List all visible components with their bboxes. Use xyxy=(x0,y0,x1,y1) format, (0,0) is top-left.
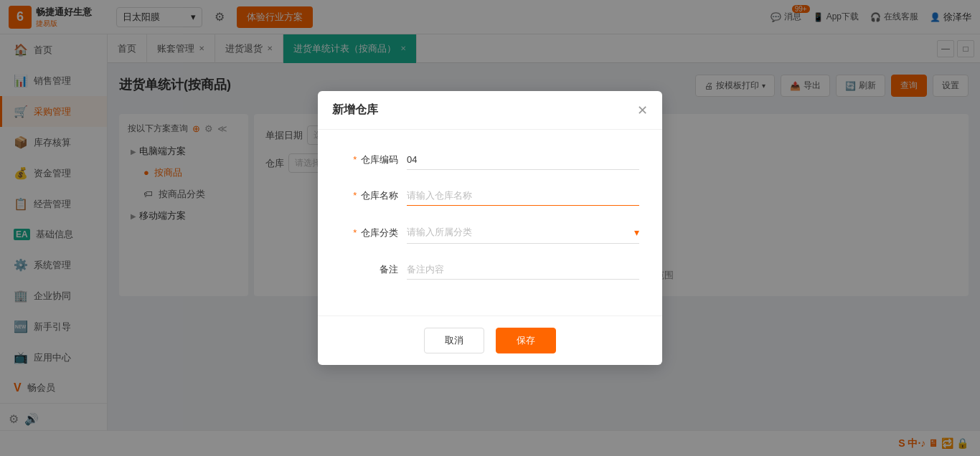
category-placeholder: 请输入所属分类 xyxy=(407,226,472,239)
form-row-category: * 仓库分类 请输入所属分类 ▾ xyxy=(341,222,639,244)
category-select-arrow-icon: ▾ xyxy=(634,227,639,238)
name-label: * 仓库名称 xyxy=(341,189,398,202)
required-star-category: * xyxy=(353,227,357,238)
new-warehouse-dialog: 新增仓库 ✕ * 仓库编码 * 仓库名称 xyxy=(318,91,662,365)
dialog-body: * 仓库编码 * 仓库名称 * 仓库分类 请输入所属 xyxy=(318,130,662,315)
dialog-close-icon[interactable]: ✕ xyxy=(637,104,648,117)
name-input[interactable] xyxy=(407,186,639,206)
required-star-name: * xyxy=(353,190,357,201)
dialog-title: 新增仓库 xyxy=(332,103,378,118)
dialog-footer: 取消 保存 xyxy=(318,315,662,365)
required-star-code: * xyxy=(353,154,357,165)
save-button[interactable]: 保存 xyxy=(496,328,556,353)
remark-input[interactable] xyxy=(407,260,639,280)
code-label: * 仓库编码 xyxy=(341,153,398,166)
code-input[interactable] xyxy=(407,150,639,170)
cancel-button[interactable]: 取消 xyxy=(424,328,484,353)
form-row-code: * 仓库编码 xyxy=(341,150,639,170)
form-row-remark: 备注 xyxy=(341,260,639,280)
category-label: * 仓库分类 xyxy=(341,227,398,239)
dialog-overlay: 新增仓库 ✕ * 仓库编码 * 仓库名称 xyxy=(0,0,980,456)
remark-label: 备注 xyxy=(341,263,398,276)
dialog-header: 新增仓库 ✕ xyxy=(318,91,662,130)
form-row-name: * 仓库名称 xyxy=(341,186,639,206)
category-select[interactable]: 请输入所属分类 ▾ xyxy=(407,222,639,244)
